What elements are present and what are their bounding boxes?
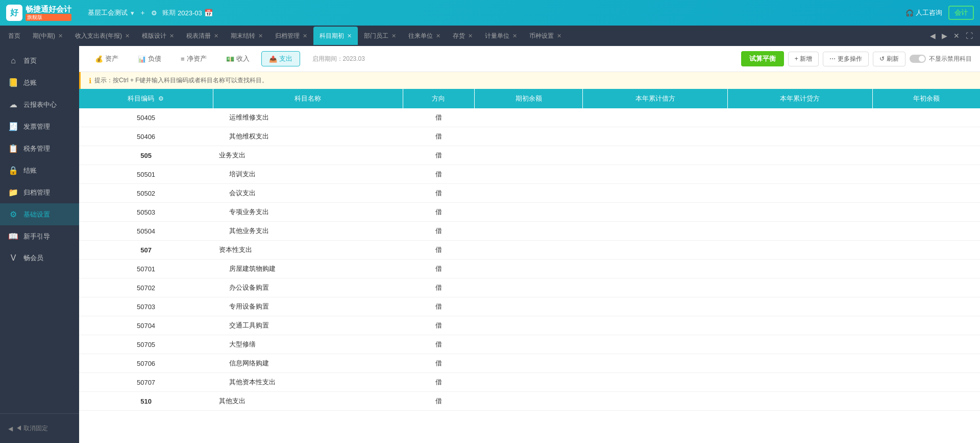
- sidebar-item-jiezhang[interactable]: 🔒 结账: [0, 159, 79, 181]
- table-row[interactable]: 50707 其他资本性支出 借: [79, 373, 980, 392]
- cell-debit-year: [583, 392, 728, 411]
- calendar-icon[interactable]: 📅: [204, 9, 213, 17]
- sidebar-item-zhangbu-label: 总账: [23, 78, 37, 87]
- sidebar-item-shuiwu[interactable]: 📋 税务管理: [0, 137, 79, 159]
- cell-name: 交通工具购置: [213, 316, 403, 335]
- close-icon[interactable]: ✕: [125, 33, 130, 39]
- subnav-item-zhichu[interactable]: 📤 支出: [261, 51, 300, 66]
- tab-zhongqi-label: 期(中期): [33, 32, 55, 40]
- cell-code: 50406: [79, 127, 213, 146]
- tab-cunkuo[interactable]: 存货 ✕: [447, 27, 479, 45]
- tab-bizhong[interactable]: 币种设置 ✕: [523, 27, 568, 45]
- top-header: 好 畅捷通好会计 旗舰版 基层工会测试 ▾ ＋ ⚙ 账期 2023-03 📅 🎧…: [0, 0, 980, 26]
- refresh-button[interactable]: ↺ 刷新: [873, 52, 905, 66]
- column-settings-icon[interactable]: ⚙: [158, 95, 164, 102]
- tab-next-icon[interactable]: ▶: [940, 31, 949, 41]
- sidebar-item-zhangbu[interactable]: 📒 总账: [0, 72, 79, 94]
- close-icon[interactable]: ✕: [468, 33, 473, 39]
- company-selector[interactable]: 基层工会测试 ▾: [88, 8, 134, 17]
- close-icon[interactable]: ✕: [512, 33, 517, 39]
- close-icon[interactable]: ✕: [303, 33, 307, 39]
- tab-muban[interactable]: 模版设计 ✕: [136, 27, 180, 45]
- subnav-item-fuzhai[interactable]: 📊 负债: [130, 51, 169, 66]
- cell-direction: 借: [403, 108, 475, 127]
- cell-credit-year: [727, 184, 872, 203]
- table-row[interactable]: 50702 办公设备购置 借: [79, 278, 980, 297]
- close-icon[interactable]: ✕: [258, 33, 263, 39]
- cell-credit-year: [727, 354, 872, 373]
- sidebar-item-baobiao[interactable]: ☁ 云报表中心: [0, 94, 79, 115]
- table-row[interactable]: 50502 会议支出 借: [79, 184, 980, 203]
- close-icon[interactable]: ✕: [214, 33, 218, 39]
- tab-jiliang[interactable]: 计量单位 ✕: [479, 27, 523, 45]
- cell-debit-year: [583, 373, 728, 392]
- sidebar-item-xinshou[interactable]: 📖 新手引导: [0, 225, 79, 247]
- tab-home[interactable]: 首页: [2, 27, 27, 45]
- tab-zhongqi[interactable]: 期(中期) ✕: [27, 27, 69, 45]
- close-icon[interactable]: ✕: [436, 33, 440, 39]
- pin-sidebar-button[interactable]: ◀ ◀ 取消固定: [0, 419, 79, 438]
- cell-direction: 借: [403, 127, 475, 146]
- table-row[interactable]: 50406 其他维权支出 借: [79, 127, 980, 146]
- close-icon[interactable]: ✕: [391, 33, 396, 39]
- tab-kemuqichu[interactable]: 科目期初 ✕: [313, 27, 358, 45]
- cell-debit-year: [583, 354, 728, 373]
- sidebar-item-gudang[interactable]: 📁 归档管理: [0, 181, 79, 203]
- sub-nav-actions: 试算平衡 + 新增 ⋯ 更多操作 ↺ 刷新 不显示禁用科目: [741, 51, 972, 66]
- add-button[interactable]: + 新增: [788, 52, 819, 66]
- subnav-zhichu-label: 支出: [279, 54, 292, 63]
- table-row[interactable]: 50405 运维维修支出 借: [79, 108, 980, 127]
- sidebar-item-huiyuan[interactable]: V 畅会员: [0, 247, 79, 269]
- tab-expand-icon[interactable]: ⛶: [964, 31, 975, 41]
- cloud-icon: ☁: [8, 100, 18, 109]
- table-row[interactable]: 50701 房屋建筑物购建 借: [79, 260, 980, 278]
- balance-button[interactable]: 试算平衡: [741, 51, 784, 66]
- cell-debit-year: [583, 184, 728, 203]
- close-icon[interactable]: ✕: [58, 33, 63, 39]
- cell-name: 大型修缮: [213, 335, 403, 354]
- settings-icon[interactable]: ⚙: [151, 9, 157, 17]
- table-row[interactable]: 50704 交通工具购置 借: [79, 316, 980, 335]
- tab-guidang[interactable]: 归档管理 ✕: [269, 27, 313, 45]
- table-row[interactable]: 50706 信息网络购建 借: [79, 354, 980, 373]
- subnav-item-shouru[interactable]: 💵 收入: [218, 51, 257, 66]
- table-row[interactable]: 505 业务支出 借: [79, 146, 980, 165]
- sidebar-item-home[interactable]: ⌂ 首页: [0, 50, 79, 72]
- cell-debit-year: [583, 335, 728, 354]
- disable-toggle-area[interactable]: 不显示禁用科目: [910, 55, 972, 63]
- table-row[interactable]: 510 其他支出 借: [79, 392, 980, 411]
- close-icon[interactable]: ✕: [557, 33, 561, 39]
- table-row[interactable]: 50703 专用设备购置 借: [79, 297, 980, 316]
- service-button[interactable]: 🎧 人工咨询: [905, 8, 942, 17]
- close-icon[interactable]: ✕: [169, 33, 174, 39]
- tab-bumen[interactable]: 部门员工 ✕: [358, 27, 402, 45]
- subnav-item-zichan[interactable]: 💰 资产: [87, 51, 126, 66]
- sidebar-item-fapiao[interactable]: 🧾 发票管理: [0, 115, 79, 137]
- tab-qimo[interactable]: 期末结转 ✕: [225, 27, 269, 45]
- more-actions-button[interactable]: ⋯ 更多操作: [823, 52, 869, 66]
- tab-prev-icon[interactable]: ◀: [928, 31, 938, 41]
- headset-icon: 🎧: [905, 9, 914, 17]
- table-row[interactable]: 50503 专项业务支出 借: [79, 203, 980, 222]
- tab-close-all-icon[interactable]: ✕: [951, 31, 962, 41]
- close-icon[interactable]: ✕: [347, 33, 352, 39]
- subnav-item-jingzichan[interactable]: ≡ 净资产: [173, 51, 214, 66]
- cell-debit-year: [583, 278, 728, 297]
- table-row[interactable]: 50504 其他业务支出 借: [79, 222, 980, 241]
- table-row[interactable]: 507 资本性支出 借: [79, 241, 980, 260]
- table-wrapper[interactable]: 科目编码 ⚙ 科目名称 方向 期初余额 本年累计借方 本年累计贷方 年初余额 5…: [79, 89, 980, 443]
- cell-direction: 借: [403, 354, 475, 373]
- add-company-button[interactable]: ＋: [139, 8, 146, 17]
- tab-laiwai[interactable]: 往来单位 ✕: [402, 27, 447, 45]
- table-row[interactable]: 50501 培训支出 借: [79, 165, 980, 184]
- pin-label: ◀ 取消固定: [16, 424, 48, 433]
- cell-direction: 借: [403, 297, 475, 316]
- kuaiji-button[interactable]: 会计: [948, 6, 974, 20]
- tab-shouru[interactable]: 收入支出表(年报) ✕: [69, 27, 136, 45]
- sidebar-item-jichushezhi[interactable]: ⚙ 基础设置: [0, 203, 79, 225]
- subnav-fuzhai-label: 负债: [148, 54, 161, 63]
- tab-shuibiao[interactable]: 税表清册 ✕: [180, 27, 225, 45]
- table-row[interactable]: 50705 大型修缮 借: [79, 335, 980, 354]
- disable-toggle-switch[interactable]: [910, 55, 926, 63]
- col-header-balance: 期初余额: [475, 89, 583, 108]
